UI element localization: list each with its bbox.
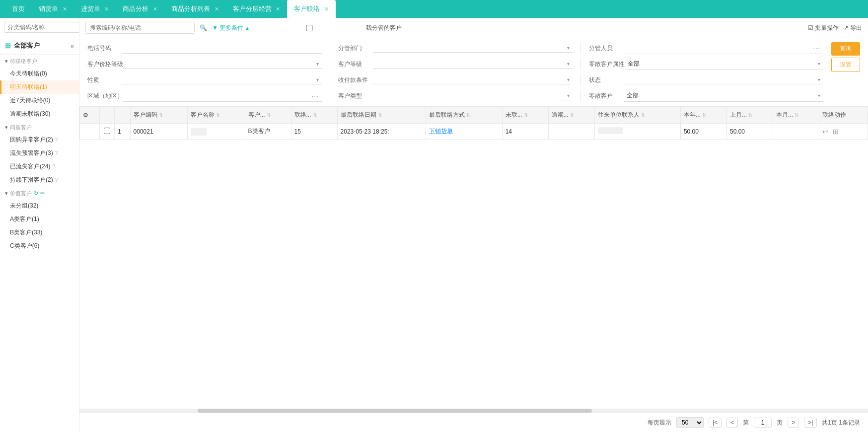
col-header-code[interactable]: 客户编码⇅	[130, 107, 187, 124]
sidebar-item-class-a[interactable]: A类客户(1)	[0, 213, 79, 226]
sidebar-item-ungrouped[interactable]: 未分组(32)	[0, 199, 79, 213]
nav-home[interactable]: 首页	[5, 0, 32, 18]
adv-filter-row-1: 电话号码 分管部门 ▾ 分管人员	[87, 42, 823, 54]
next-page-btn[interactable]: >	[788, 418, 799, 428]
sidebar-item-class-b[interactable]: B类客户(33)	[0, 226, 79, 239]
nav-tab-0[interactable]: 销货单 ✕	[32, 0, 74, 18]
filter-dept-label: 分管部门	[338, 44, 373, 53]
nav-tab-5[interactable]: 客户联络 ✕	[287, 0, 336, 18]
col-header-num	[115, 107, 131, 124]
filter-customer-type-select[interactable]: ▾	[373, 91, 573, 100]
filter-retail: 零散客户 全部 ▾	[589, 90, 823, 102]
row-last-method[interactable]: 下销货单	[426, 124, 502, 140]
row-num: 1	[115, 124, 131, 140]
col-header-last-date[interactable]: 最后联络日期⇅	[337, 107, 426, 124]
adv-filter-panel: 电话号码 分管部门 ▾ 分管人员	[79, 38, 868, 106]
sidebar-item-tomorrow[interactable]: 明天待联络(1)	[0, 80, 79, 94]
nav-tab-3[interactable]: 商品分析列表 ✕	[164, 0, 226, 18]
chevron-down-icon-5: ▾	[316, 77, 319, 82]
data-table: ⚙ 客户编码⇅ 客户名称⇅ 客户...⇅ 联络...⇅ 最后联络日期⇅ 最后联络…	[79, 106, 868, 140]
filter-retail-select[interactable]: 全部 ▾	[624, 90, 823, 102]
close-tab-0-icon[interactable]: ✕	[63, 6, 67, 12]
sidebar-search-input[interactable]	[4, 22, 79, 33]
close-tab-1-icon[interactable]: ✕	[104, 6, 109, 12]
page-suffix: 页	[777, 419, 783, 427]
chevron-down-icon-2: ▾	[316, 61, 319, 67]
chevron-down-icon-6: ▾	[567, 77, 570, 82]
sidebar-item-churned[interactable]: 已流失客户(24) ?	[0, 160, 79, 173]
reset-button[interactable]: 设置	[831, 58, 860, 72]
first-page-btn[interactable]: |<	[709, 418, 722, 428]
close-tab-4-icon[interactable]: ✕	[276, 6, 280, 12]
edit-icon[interactable]: ✏	[40, 190, 45, 197]
my-customers-checkbox[interactable]: 我分管的客户	[255, 24, 402, 32]
filter-price-level-label: 客户价格等级	[87, 60, 123, 69]
filter-dept-select[interactable]: ▾	[373, 44, 573, 53]
row-this-month	[773, 124, 819, 140]
filter-region: 区域（地区） ···	[87, 90, 322, 102]
close-tab-5-icon[interactable]: ✕	[324, 6, 329, 12]
export-btn[interactable]: ↗ 导出	[844, 24, 862, 32]
filter-retail-attr-label: 零散客户属性	[589, 60, 625, 69]
col-header-uncontacted[interactable]: 未联...⇅	[502, 107, 548, 124]
filter-dept: 分管部门 ▾	[338, 44, 573, 53]
grid-icon[interactable]: ⊞	[833, 128, 839, 136]
col-header-ctype[interactable]: 客户...⇅	[245, 107, 291, 124]
col-header-settings[interactable]: ⚙	[80, 107, 100, 124]
query-button[interactable]: 查询	[831, 42, 860, 56]
horizontal-scrollbar[interactable]	[79, 409, 868, 413]
col-header-last-month[interactable]: 上月...⇅	[726, 107, 773, 124]
per-page-select[interactable]: 50 100 200	[676, 417, 704, 428]
page-number-input[interactable]	[754, 418, 772, 428]
adv-filter-row-4: 区域（地区） ··· 客户类型 ▾	[87, 90, 823, 102]
sidebar-item-churn-warning[interactable]: 流失预警客户(3) ?	[0, 146, 79, 160]
row-checkbox[interactable]	[100, 124, 115, 140]
chevron-down-icon-7: ▾	[818, 77, 820, 82]
sidebar-collapse-icon[interactable]: «	[71, 42, 74, 50]
filter-region-select[interactable]: ···	[123, 90, 322, 102]
prev-page-btn[interactable]: <	[726, 418, 738, 428]
scrollbar-thumb[interactable]	[198, 409, 592, 413]
col-header-this-year[interactable]: 本年...⇅	[680, 107, 726, 124]
batch-ops-btn[interactable]: ☑ 批量操作	[808, 24, 839, 32]
row-ctype: B类客户	[245, 124, 291, 140]
col-header-overdue[interactable]: 逾期...⇅	[548, 107, 594, 124]
col-header-contact-count[interactable]: 联络...⇅	[291, 107, 337, 124]
search-input[interactable]	[85, 22, 195, 34]
sidebar-item-7days[interactable]: 近7天待联络(0)	[0, 94, 79, 107]
table-header-row: ⚙ 客户编码⇅ 客户名称⇅ 客户...⇅ 联络...⇅ 最后联络日期⇅ 最后联络…	[80, 107, 868, 124]
sidebar-item-overdue[interactable]: 逾期未联络(30)	[0, 107, 79, 121]
adv-filter-row-2: 客户价格等级 ▾ 客户等级 ▾	[87, 58, 823, 70]
filter-payment-select[interactable]: ▾	[373, 75, 573, 84]
filter-nature-select[interactable]: ▾	[122, 75, 322, 84]
filter-region-label: 区域（地区）	[87, 92, 123, 100]
filter-search-icon[interactable]: 🔍	[200, 24, 207, 31]
col-header-last-method[interactable]: 最后联络方式⇅	[426, 107, 502, 124]
all-customers-header[interactable]: ⊞ 全部客户 «	[0, 37, 79, 55]
filter-status-select[interactable]: ▾	[624, 75, 823, 84]
close-tab-2-icon[interactable]: ✕	[153, 6, 157, 12]
sidebar-item-abnormal[interactable]: 回购异常客户(2) ?	[0, 133, 79, 146]
refresh-icon[interactable]: ↻	[34, 190, 38, 197]
sidebar-item-declining[interactable]: 持续下滑客户(2) ?	[0, 173, 79, 187]
sidebar-item-class-c[interactable]: C类客户(6)	[0, 239, 79, 253]
col-header-unit-contact[interactable]: 往来单位联系人⇅	[594, 107, 680, 124]
sidebar-item-today[interactable]: 今天待联络(0)	[0, 67, 79, 80]
filter-person-select[interactable]: ···	[624, 43, 823, 54]
close-tab-3-icon[interactable]: ✕	[215, 6, 219, 12]
filter-phone: 电话号码	[87, 43, 322, 54]
reply-icon[interactable]: ↩	[822, 128, 828, 136]
nav-tab-1[interactable]: 进货单 ✕	[74, 0, 116, 18]
filter-customer-level-select[interactable]: ▾	[373, 60, 573, 69]
pagination-bar: 每页显示 50 100 200 |< < 第 页 > >| 共1页 1条记录	[79, 413, 868, 432]
col-header-name[interactable]: 客户名称⇅	[188, 107, 245, 124]
my-customers-check[interactable]	[255, 25, 364, 31]
filter-price-level-select[interactable]: ▾	[123, 60, 322, 69]
nav-tab-2[interactable]: 商品分析 ✕	[116, 0, 164, 18]
filter-phone-input[interactable]	[122, 43, 322, 54]
filter-retail-attr-select[interactable]: 全部 ▾	[625, 58, 823, 70]
last-page-btn[interactable]: >|	[804, 418, 817, 428]
more-conditions-btn[interactable]: ▼ 更多条件 ▲	[212, 24, 250, 32]
nav-tab-4[interactable]: 客户分层经营 ✕	[226, 0, 288, 18]
col-header-this-month[interactable]: 本月...⇅	[773, 107, 819, 124]
